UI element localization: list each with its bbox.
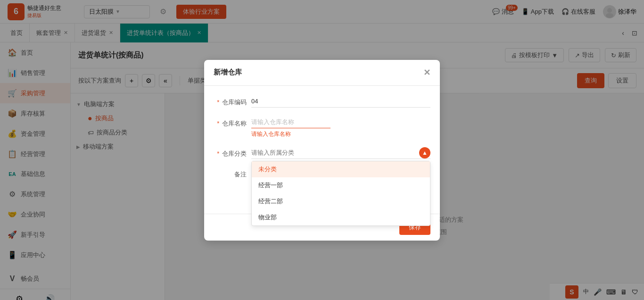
category-dropdown-icon[interactable]: ▲ <box>419 147 430 158</box>
modal-close-icon[interactable]: ✕ <box>423 67 430 78</box>
warehouse-category-input[interactable] <box>251 147 430 159</box>
modal-header: 新增仓库 ✕ <box>204 60 440 86</box>
warehouse-code-input[interactable] <box>251 95 430 108</box>
warehouse-name-input[interactable] <box>251 116 330 128</box>
warehouse-note-label: 备注 <box>214 167 251 179</box>
warehouse-category-row: * 仓库分类 ▲ 未分类 经营一部 经营二部 物业部 <box>214 147 430 159</box>
category-dropdown-list: 未分类 经营一部 经营二部 物业部 <box>251 161 430 226</box>
category-select-wrapper: ▲ 未分类 经营一部 经营二部 物业部 <box>251 147 430 159</box>
warehouse-code-label: * 仓库编码 <box>214 95 251 107</box>
warehouse-category-label: * 仓库分类 <box>214 147 251 158</box>
dropdown-item-ops2[interactable]: 经营二部 <box>252 193 430 209</box>
warehouse-name-error: 请输入仓库名称 <box>251 131 291 137</box>
add-warehouse-modal: 新增仓库 ✕ * 仓库编码 * 仓库名称 <box>204 60 440 241</box>
dropdown-item-property[interactable]: 物业部 <box>252 209 430 225</box>
dropdown-item-unclassified[interactable]: 未分类 <box>252 161 430 177</box>
warehouse-code-row: * 仓库编码 <box>214 95 430 108</box>
modal-body: * 仓库编码 * 仓库名称 请输入仓库名称 <box>204 86 440 214</box>
warehouse-name-row: * 仓库名称 请输入仓库名称 <box>214 116 430 138</box>
modal-overlay: 新增仓库 ✕ * 仓库编码 * 仓库名称 <box>0 0 644 300</box>
dropdown-item-ops1[interactable]: 经营一部 <box>252 177 430 193</box>
modal-title: 新增仓库 <box>214 68 242 77</box>
warehouse-name-label: * 仓库名称 <box>214 117 251 128</box>
